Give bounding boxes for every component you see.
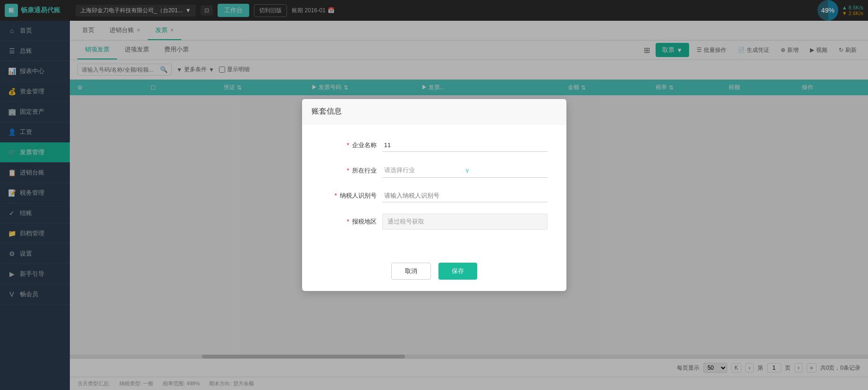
industry-placeholder: 请选择行业 (384, 166, 465, 174)
form-label-industry: * 所在行业 (321, 166, 382, 175)
label-text-industry: 所在行业 (352, 167, 377, 174)
form-row-company: * 企业名称 (321, 139, 548, 152)
modal-title: 账套信息 (312, 107, 342, 115)
taxregion-disabled-input: 通过税号获取 (382, 214, 548, 230)
modal-header: 账套信息 (302, 99, 566, 124)
cancel-button[interactable]: 取消 (391, 263, 431, 280)
modal-body: * 企业名称 * 所在行业 请选择行业 ∨ * (302, 124, 566, 255)
required-star-industry: * (347, 167, 349, 174)
label-text-taxid: 纳税人识别号 (340, 192, 377, 199)
label-text-taxregion: 报税地区 (352, 218, 377, 225)
taxregion-placeholder: 通过税号获取 (388, 218, 424, 225)
industry-dropdown-icon: ∨ (465, 166, 546, 174)
form-row-taxid: * 纳税人识别号 (321, 189, 548, 202)
taxid-input[interactable] (382, 189, 548, 202)
form-label-company: * 企业名称 (321, 141, 382, 149)
form-row-industry: * 所在行业 请选择行业 ∨ (321, 163, 548, 178)
form-row-taxregion: * 报税地区 通过税号获取 (321, 214, 548, 230)
save-button[interactable]: 保存 (438, 263, 477, 280)
form-label-taxregion: * 报税地区 (321, 217, 382, 226)
form-label-taxid: * 纳税人识别号 (321, 191, 382, 200)
modal-overlay[interactable]: 账套信息 * 企业名称 * 所在行业 请选择行业 ∨ (0, 0, 868, 390)
company-name-input[interactable] (382, 139, 548, 152)
label-text-company: 企业名称 (352, 141, 377, 149)
account-info-modal: 账套信息 * 企业名称 * 所在行业 请选择行业 ∨ (302, 99, 566, 291)
modal-footer: 取消 保存 (302, 255, 566, 291)
required-star-taxregion: * (347, 218, 349, 225)
required-star-taxid: * (335, 192, 337, 199)
industry-select[interactable]: 请选择行业 ∨ (382, 163, 548, 178)
required-star-company: * (347, 141, 349, 149)
